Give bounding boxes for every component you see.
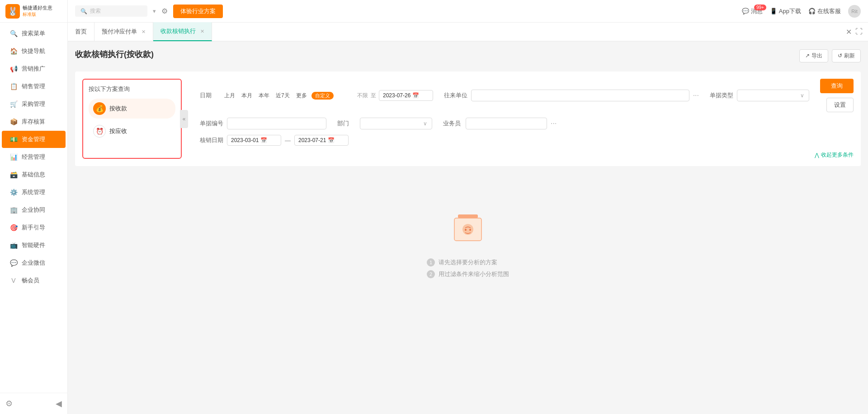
filter-option-by-payable[interactable]: ⏰ 按应收 (89, 121, 175, 141)
sidebar-item-guide[interactable]: 🎯 新手引导 (2, 219, 66, 236)
refresh-button[interactable]: ↺ 刷新 (832, 49, 861, 62)
verify-cal-from-icon: 📅 (260, 137, 267, 143)
staff-input[interactable] (466, 118, 547, 129)
query-button[interactable]: 查询 (820, 79, 854, 93)
collapse-filter-button[interactable]: « (180, 110, 188, 128)
sidebar-item-search[interactable]: 🔍 搜索菜单 (2, 25, 66, 42)
sidebar-item-quick-nav[interactable]: 🏠 快捷导航 (2, 43, 66, 60)
sidebar-item-marketing[interactable]: 📢 营销推广 (2, 60, 66, 77)
export-icon: ↗ (805, 52, 810, 59)
sidebar-footer: ⚙ ◀ (0, 393, 67, 414)
inventory-icon: 📦 (9, 118, 18, 125)
empty-tip-1: 1 请先选择要分析的方案 (427, 258, 509, 266)
svg-rect-1 (458, 214, 478, 218)
sidebar-item-hardware[interactable]: 📺 智能硬件 (2, 237, 66, 254)
operation-icon: 📊 (9, 153, 18, 161)
query-settings-group: 查询 设置 (820, 79, 854, 112)
date-shortcuts-group: 上月 本月 本年 近7天 更多 自定义 (222, 91, 334, 100)
export-button[interactable]: ↗ 导出 (799, 49, 828, 62)
verify-date-from-input[interactable]: 2023-03-01 📅 (227, 135, 281, 146)
this-year-btn[interactable]: 本年 (257, 91, 271, 100)
payable-option-label: 按应收 (109, 127, 127, 135)
search-placeholder: 搜索 (90, 7, 101, 15)
tab-receipt[interactable]: 收款核销执行 ✕ (153, 22, 212, 41)
tab-prepay[interactable]: 预付冲应付单 ✕ (94, 22, 153, 41)
sidebar-item-wechat[interactable]: 💬 企业微信 (2, 254, 66, 271)
guide-icon: 🎯 (9, 224, 18, 231)
empty-state: 1 请先选择要分析的方案 2 用过滤条件来缩小分析范围 (75, 166, 861, 320)
collapse-sidebar-icon[interactable]: ◀ (56, 399, 62, 409)
collapse-more-button[interactable]: ⋀ 收起更多条件 (815, 151, 854, 159)
purchase-icon: 🛒 (9, 100, 18, 108)
sidebar-item-enterprise[interactable]: 🏢 企业协同 (2, 201, 66, 219)
system-icon: ⚙️ (9, 189, 18, 196)
receipt-option-label: 按收款 (109, 105, 127, 113)
app-icon: 📱 (770, 8, 777, 14)
sidebar-item-inventory[interactable]: 📦 库存核算 (2, 113, 66, 130)
sidebar-item-operation[interactable]: 📊 经营管理 (2, 148, 66, 166)
export-label: 导出 (811, 52, 822, 60)
verify-date-to-input[interactable]: 2023-07-21 📅 (294, 135, 349, 146)
voucher-type-arrow: ∨ (800, 92, 804, 99)
staff-dots[interactable]: ··· (551, 119, 557, 128)
partner-input[interactable] (471, 90, 689, 101)
sidebar-item-base-info[interactable]: 🗃️ 基础信息 (2, 166, 66, 183)
verify-date-label: 核销日期 (200, 136, 223, 144)
solution-button[interactable]: 体验行业方案 (173, 5, 223, 18)
verify-date-from-value: 2023-03-01 (231, 137, 259, 143)
marketing-icon: 📢 (9, 65, 18, 72)
dropdown-icon[interactable]: ▾ (153, 8, 156, 14)
refresh-icon: ↺ (838, 52, 842, 59)
sidebar-item-label: 系统管理 (22, 188, 45, 196)
sidebar-item-member[interactable]: V 畅会员 (2, 272, 66, 289)
tip-text-2: 用过滤条件来缩小分析范围 (439, 270, 509, 278)
voucher-type-select[interactable]: ∨ (737, 90, 809, 101)
last-7days-btn[interactable]: 近7天 (274, 91, 292, 100)
date-to-value: 2023-07-26 (383, 92, 410, 99)
partner-dots[interactable]: ··· (693, 91, 699, 100)
app-download-link[interactable]: 📱 App下载 (770, 7, 801, 15)
sales-icon: 📋 (9, 83, 18, 90)
expand-tab-button[interactable]: ⛶ (855, 28, 863, 36)
custom-date-badge[interactable]: 自定义 (311, 92, 334, 100)
collapse-more-icon: ⋀ (815, 152, 819, 158)
search-icon: 🔍 (9, 30, 18, 37)
settings-button[interactable]: 设置 (826, 98, 854, 112)
sidebar-item-finance[interactable]: 💵 资金管理 (2, 131, 66, 148)
payable-option-icon: ⏰ (93, 125, 106, 138)
sidebar-item-sales[interactable]: 📋 销售管理 (2, 78, 66, 95)
quick-nav-icon: 🏠 (9, 48, 18, 55)
receipt-tab-close-icon[interactable]: ✕ (200, 29, 204, 34)
filter-actions-row: ⋀ 收起更多条件 (200, 151, 854, 159)
page-toolbar: ↗ 导出 ↺ 刷新 (799, 49, 861, 62)
filter-option-by-receipt[interactable]: 💰 按收款 (89, 99, 175, 119)
close-tab-button[interactable]: ✕ (846, 28, 852, 36)
collapse-more-label: 收起更多条件 (821, 151, 854, 159)
online-service-link[interactable]: 🎧 在线客服 (808, 7, 841, 15)
top-header: 🔍 搜索 ▾ ⚙ 体验行业方案 💬 消息 99+ 📱 App下载 🎧 在线客服 (68, 0, 868, 23)
sidebar-item-label: 采购管理 (22, 100, 45, 108)
gear-icon[interactable]: ⚙ (161, 7, 168, 15)
enterprise-icon: 🏢 (9, 206, 18, 214)
tab-bar-actions: ✕ ⛶ (846, 28, 868, 36)
svg-point-3 (465, 229, 467, 231)
date-nolimit-group: 不限 至 2023-07-26 📅 (357, 90, 433, 101)
date-to-input[interactable]: 2023-07-26 📅 (379, 90, 433, 101)
prepay-tab-close-icon[interactable]: ✕ (142, 29, 146, 35)
search-box[interactable]: 🔍 搜索 (75, 5, 147, 17)
dept-select[interactable]: ∨ (360, 118, 432, 129)
tab-home[interactable]: 首页 (68, 22, 94, 41)
sidebar-item-purchase[interactable]: 🛒 采购管理 (2, 95, 66, 113)
this-month-btn[interactable]: 本月 (240, 91, 254, 100)
settings-gear-icon[interactable]: ⚙ (5, 399, 13, 409)
filter-panel-title: 按以下方案查询 (89, 85, 175, 93)
message-button[interactable]: 💬 消息 99+ (742, 7, 763, 15)
sidebar-item-system[interactable]: ⚙️ 系统管理 (2, 184, 66, 201)
voucher-no-input[interactable] (227, 118, 326, 129)
user-avatar[interactable]: Rit (848, 5, 861, 18)
filter-area: 按以下方案查询 💰 按收款 ⏰ 按应收 « 日期 (75, 71, 861, 166)
more-dates-btn[interactable]: 更多 (294, 91, 309, 100)
receipt-option-icon: 💰 (93, 102, 106, 115)
last-month-btn[interactable]: 上月 (222, 91, 237, 100)
collapse-icon: « (183, 116, 186, 122)
